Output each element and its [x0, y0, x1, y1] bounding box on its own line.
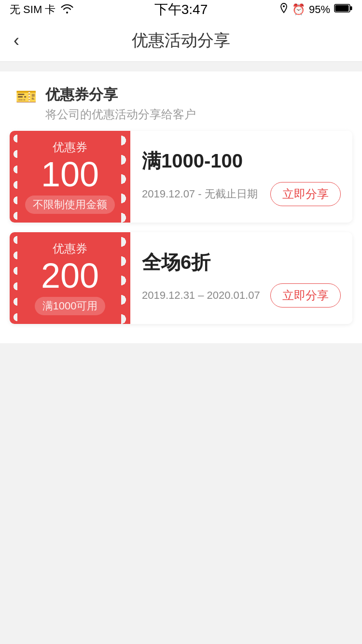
- status-bar: 无 SIM 卡 下午3:47 ⏰ 95%: [0, 0, 362, 19]
- coupon-amount-1: 200: [41, 258, 99, 293]
- coupon-list: 优惠券 100 不限制使用金额 满1000-100 2019.12.07 - 无…: [0, 131, 362, 343]
- coupon-name-1: 全场6折: [142, 249, 341, 276]
- wifi-icon: [60, 3, 74, 16]
- coupon-share-button-1[interactable]: 立即分享: [270, 283, 341, 308]
- nav-title: 优惠活动分享: [132, 29, 230, 52]
- coupon-condition-1: 满1000可用: [35, 297, 106, 315]
- coupon-right-0: 满1000-100 2019.12.07 - 无截止日期 立即分享: [130, 131, 352, 223]
- coupon-name-0: 满1000-100: [142, 148, 341, 174]
- status-right: ⏰ 95%: [279, 3, 352, 16]
- coupon-amount-0: 100: [41, 157, 99, 192]
- section-title: 优惠券分享: [45, 85, 196, 105]
- location-icon: [279, 3, 288, 16]
- coupon-card: 优惠券 200 满1000可用 全场6折 2019.12.31 – 2020.0…: [10, 232, 352, 324]
- battery-icon: [334, 3, 352, 16]
- coupon-meta-0: 2019.12.07 - 无截止日期 立即分享: [142, 182, 341, 206]
- coupon-left-1: 优惠券 200 满1000可用: [10, 232, 130, 324]
- section-text-block: 优惠券分享 将公司的优惠活动分享给客户: [45, 85, 196, 122]
- coupon-right-1: 全场6折 2019.12.31 – 2020.01.07 立即分享: [130, 232, 352, 324]
- alarm-icon: ⏰: [292, 3, 305, 16]
- battery-percent: 95%: [309, 3, 330, 16]
- nav-bar: ‹ 优惠活动分享: [0, 19, 362, 62]
- coupon-dates-0: 2019.12.07 - 无截止日期: [142, 187, 258, 201]
- coupon-label-0: 优惠券: [53, 140, 87, 155]
- section-separator: [0, 62, 362, 71]
- svg-rect-2: [350, 6, 352, 10]
- section-header: 🎫 优惠券分享 将公司的优惠活动分享给客户: [0, 71, 362, 131]
- status-left: 无 SIM 卡: [10, 2, 74, 17]
- coupon-share-button-0[interactable]: 立即分享: [270, 182, 341, 206]
- section-subtitle: 将公司的优惠活动分享给客户: [45, 107, 196, 122]
- empty-area: [0, 343, 362, 623]
- status-time: 下午3:47: [154, 0, 208, 19]
- coupon-card: 优惠券 100 不限制使用金额 满1000-100 2019.12.07 - 无…: [10, 131, 352, 223]
- coupon-label-1: 优惠券: [53, 241, 87, 256]
- coupon-dates-1: 2019.12.31 – 2020.01.07: [142, 289, 260, 302]
- back-button[interactable]: ‹: [14, 30, 19, 51]
- section-icon: 🎫: [14, 85, 38, 108]
- coupon-meta-1: 2019.12.31 – 2020.01.07 立即分享: [142, 283, 341, 308]
- sim-status: 无 SIM 卡: [10, 2, 56, 17]
- coupon-left-0: 优惠券 100 不限制使用金额: [10, 131, 130, 223]
- svg-rect-3: [335, 5, 349, 12]
- coupon-condition-0: 不限制使用金额: [25, 196, 115, 214]
- svg-point-0: [283, 5, 285, 7]
